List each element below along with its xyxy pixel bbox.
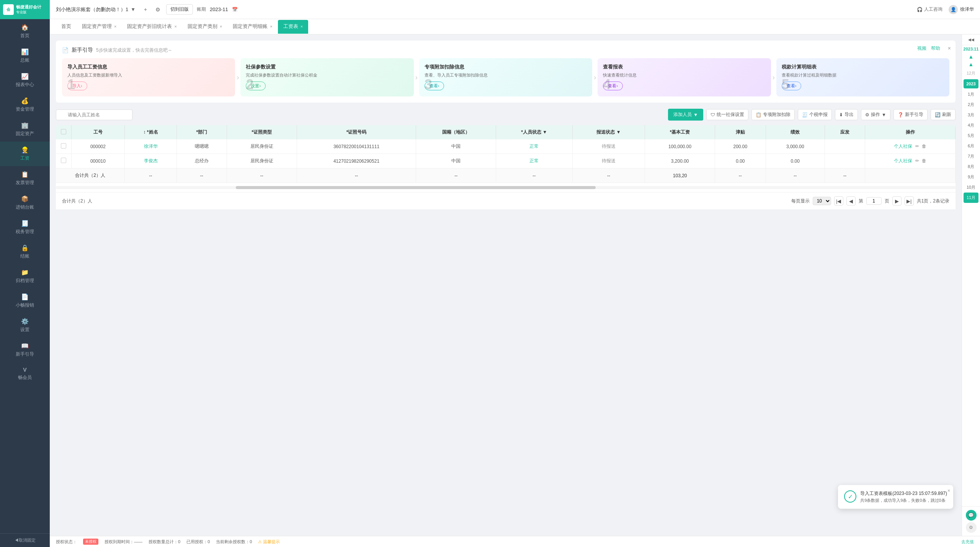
submit-badge: 待报送 xyxy=(602,158,616,163)
tab-close-icon[interactable]: × xyxy=(301,24,303,29)
delete-icon[interactable]: 🗑 xyxy=(922,158,926,163)
more-ops-btn[interactable]: ⚙ 操作 ▼ xyxy=(861,109,890,120)
sidebar-item-tax[interactable]: 🧾税务管理 xyxy=(0,215,50,240)
sidebar-item-archive[interactable]: 📁归档管理 xyxy=(0,264,50,289)
recharge-link[interactable]: 去充值 xyxy=(961,539,974,545)
page-last-btn[interactable]: ▶| xyxy=(905,196,914,206)
tab-close-icon[interactable]: × xyxy=(270,24,272,29)
row-checkbox[interactable] xyxy=(61,158,66,163)
tab-depreciation[interactable]: 固定资产折旧统计表 × xyxy=(122,20,182,34)
panel-icon-1[interactable]: 💬 xyxy=(966,510,977,521)
step-arrow: › xyxy=(235,58,240,96)
page-prev-btn[interactable]: ◀ xyxy=(846,196,856,206)
expire-label: 授权到期时间：—— xyxy=(105,539,142,545)
month-9[interactable]: 9月 xyxy=(962,172,980,182)
service-btn[interactable]: 🎧 人工咨询 xyxy=(917,6,942,13)
employee-name-link[interactable]: 李俊杰 xyxy=(144,158,158,163)
tab-home[interactable]: 首页 xyxy=(56,20,77,34)
col-nationality: 国籍（地区） xyxy=(416,125,496,139)
step-desc: 查看税款计算过程及明细数据 xyxy=(782,72,944,78)
sidebar-item-finance[interactable]: 💰资金管理 xyxy=(0,93,50,117)
sidebar-item-home[interactable]: 🏠首页 xyxy=(0,19,50,44)
month-10[interactable]: 10月 xyxy=(962,182,980,193)
month-1[interactable]: 1月 xyxy=(962,89,980,100)
month-8[interactable]: 8月 xyxy=(962,162,980,172)
total-idtype: -- xyxy=(227,168,297,183)
calendar-icon[interactable]: 📅 xyxy=(232,7,238,12)
onboard-close-btn[interactable]: × xyxy=(948,45,951,51)
sidebar-item-invoice[interactable]: 📋发票管理 xyxy=(0,166,50,191)
page-number-input[interactable] xyxy=(866,197,882,205)
video-link[interactable]: 视频 xyxy=(917,45,926,52)
sidebar-item-guide[interactable]: 📖新手引导 xyxy=(0,338,50,362)
user-menu[interactable]: 👤 徐泽华 xyxy=(949,5,974,14)
personal-social-security-link[interactable]: 个人社保 xyxy=(894,144,912,149)
scroll-up2-btn[interactable]: ▲ xyxy=(968,60,975,68)
social-security-btn[interactable]: 🛡 统一社保设置 xyxy=(706,109,748,120)
sidebar-item-expense[interactable]: 📄小畅报销 xyxy=(0,289,50,313)
tab-close-icon[interactable]: × xyxy=(174,24,176,29)
page-first-btn[interactable]: |◀ xyxy=(834,196,843,206)
sidebar-item-report[interactable]: 📈报表中心 xyxy=(0,68,50,93)
sidebar-collapse-btn[interactable]: ◀取消固定 xyxy=(0,533,50,547)
tab-close-icon[interactable]: × xyxy=(114,24,116,29)
tab-fixed-assets[interactable]: 固定资产管理 × xyxy=(77,20,122,34)
sidebar-item-ledger[interactable]: 📊总账 xyxy=(0,44,50,68)
month-11-current[interactable]: 11月 xyxy=(964,193,978,203)
sidebar-item-payroll[interactable]: 👷工资 xyxy=(0,142,50,166)
edit-icon[interactable]: ✏ xyxy=(915,158,919,163)
page-next-btn[interactable]: ▶ xyxy=(892,196,902,206)
sidebar-item-fixed-assets[interactable]: 🏢固定资产 xyxy=(0,117,50,142)
row-checkbox[interactable] xyxy=(61,143,66,149)
table-scrollbar[interactable] xyxy=(56,183,956,192)
scroll-up-btn[interactable]: ▲ xyxy=(968,53,975,60)
tab-label: 固定资产折旧统计表 xyxy=(127,23,172,30)
export-btn[interactable]: ⬇ 导出 xyxy=(835,109,858,120)
sidebar-item-sales[interactable]: 📦进销台账 xyxy=(0,191,50,215)
finance-icon: 💰 xyxy=(21,97,29,105)
month-4[interactable]: 4月 xyxy=(962,120,980,131)
add-person-btn[interactable]: 添加人员 ▼ xyxy=(668,109,703,121)
sidebar-item-member[interactable]: V畅会员 xyxy=(0,362,50,385)
month-3[interactable]: 3月 xyxy=(962,110,980,120)
status-badge: 正常 xyxy=(529,158,539,163)
tax-report-btn[interactable]: 🧾 个税申报 xyxy=(798,109,832,120)
month-5[interactable]: 5月 xyxy=(962,131,980,141)
employee-name-link[interactable]: 徐泽华 xyxy=(144,144,158,149)
month-12[interactable]: 12月 xyxy=(962,68,980,78)
refresh-btn[interactable]: 🔄 刷新 xyxy=(931,109,956,120)
account-selector[interactable]: 刘小艳演示账套（勿删勿动！）1 ▼ xyxy=(56,6,136,13)
sidebar-item-settings[interactable]: ⚙️设置 xyxy=(0,313,50,338)
row-payable xyxy=(825,139,865,154)
row-dept: 嗯嗯嗯 xyxy=(176,139,227,154)
special-deduction-btn[interactable]: 📋 专项附加扣除 xyxy=(751,109,795,120)
personal-social-security-link[interactable]: 个人社保 xyxy=(894,158,912,163)
help-link[interactable]: 帮助 xyxy=(931,45,940,52)
step-arrow: › xyxy=(414,58,419,96)
sidebar-item-closing[interactable]: 🔒结账 xyxy=(0,240,50,264)
edit-icon[interactable]: ✏ xyxy=(915,144,919,149)
row-status: 正常 xyxy=(496,139,572,154)
per-page-select[interactable]: 10 20 50 xyxy=(813,197,831,205)
settings-btn[interactable]: ⚙ xyxy=(153,5,162,14)
month-2[interactable]: 2月 xyxy=(962,100,980,110)
sales-icon: 📦 xyxy=(21,195,29,202)
tab-asset-category[interactable]: 固定资产类别 × xyxy=(182,20,227,34)
tab-asset-detail[interactable]: 固定资产明细账 × xyxy=(227,20,278,34)
row-performance: 3,000.00 xyxy=(766,139,825,154)
sidebar-item-label: 发票管理 xyxy=(16,180,34,186)
delete-icon[interactable]: 🗑 xyxy=(922,144,926,149)
tab-close-icon[interactable]: × xyxy=(220,24,222,29)
panel-icon-2[interactable]: ⚙ xyxy=(966,522,977,533)
tab-payroll[interactable]: 工资表 × xyxy=(278,20,308,34)
search-input[interactable] xyxy=(56,109,132,120)
panel-collapse-btn[interactable]: ◀◀ xyxy=(962,34,980,45)
select-all-checkbox[interactable] xyxy=(61,129,66,134)
guide-btn[interactable]: ❓ 新手引导 xyxy=(893,109,928,120)
add-account-btn[interactable]: ＋ xyxy=(141,5,150,14)
month-6[interactable]: 6月 xyxy=(962,141,980,151)
toast-content: 导入工资表模板(2023-03-23 15:07:59.897) 共9条数据，成… xyxy=(860,490,947,503)
toast-close-btn[interactable]: × xyxy=(947,488,950,493)
switch-version-btn[interactable]: 切到旧版 xyxy=(166,4,193,15)
month-7[interactable]: 7月 xyxy=(962,151,980,162)
